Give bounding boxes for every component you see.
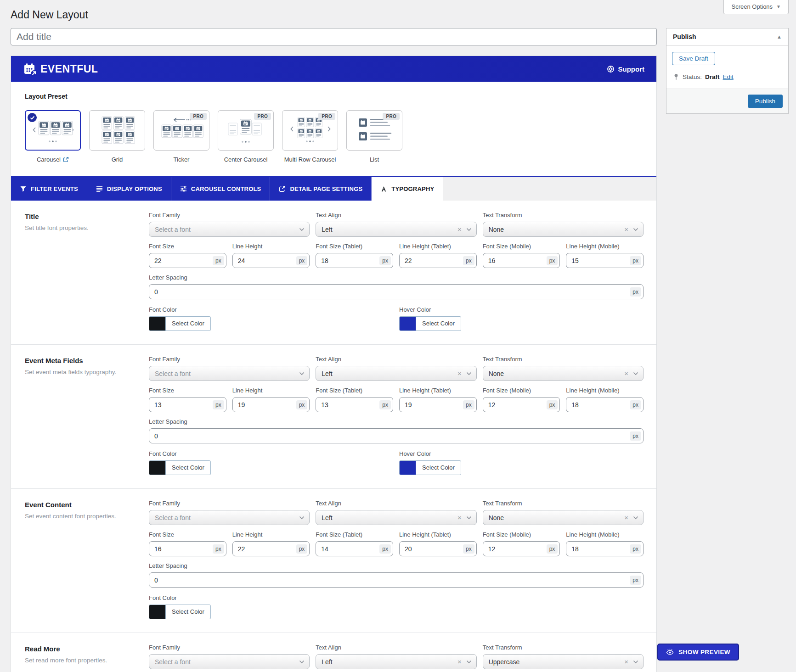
field-label: Line Height (Mobile) — [566, 387, 644, 394]
field-label: Font Family — [149, 644, 310, 651]
eye-icon — [666, 649, 674, 655]
title-input[interactable] — [11, 28, 657, 45]
preset-card: PRO — [218, 110, 274, 151]
tab-filter-events[interactable]: FILTER EVENTS — [11, 177, 87, 201]
layout-preset-list[interactable]: PRO List — [346, 110, 402, 163]
preset-label: Multi Row Carousel — [282, 156, 338, 163]
field-label: Font Family — [149, 500, 310, 507]
field-label: Text Transform — [483, 212, 644, 218]
edit-status-link[interactable]: Edit — [723, 73, 734, 80]
brand-logo: EVENTFUL — [23, 62, 98, 76]
clear-icon[interactable]: × — [457, 658, 462, 665]
support-label: Support — [618, 65, 645, 73]
field-label: Line Height — [232, 243, 310, 250]
collapse-icon[interactable]: ▲ — [777, 34, 782, 39]
preset-card: PRO — [282, 110, 338, 151]
text-align-select[interactable]: Left × — [316, 366, 476, 381]
preset-thumbnail — [223, 116, 269, 145]
publish-box-header[interactable]: Publish ▲ — [666, 28, 788, 45]
field-label: Text Transform — [483, 356, 644, 363]
text-transform-select[interactable]: None × — [483, 222, 644, 237]
text-align-select[interactable]: Left × — [316, 510, 476, 525]
field-label: Line Height (Tablet) — [399, 387, 477, 394]
layout-preset-center-carousel[interactable]: PRO Center Carousel — [218, 110, 274, 163]
field-label: Letter Spacing — [149, 418, 644, 425]
chevron-down-icon — [633, 228, 638, 231]
text-align-select[interactable]: Left × — [316, 654, 476, 669]
tab-typography[interactable]: TYPOGRAPHY — [372, 177, 443, 201]
settings-tabs: FILTER EVENTS DISPLAY OPTIONS CAROUSEL C… — [11, 176, 656, 201]
field-label: Font Size — [149, 531, 226, 538]
preset-label: Ticker — [153, 156, 209, 163]
pin-icon — [673, 73, 679, 80]
px-unit: px — [213, 400, 224, 409]
font-color-picker[interactable]: Select Color — [149, 605, 211, 619]
px-unit: px — [630, 431, 641, 441]
letter-spacing-input[interactable] — [149, 572, 644, 588]
clear-icon[interactable]: × — [624, 514, 628, 521]
screen-options-button[interactable]: Screen Options ▼ — [723, 0, 789, 14]
px-unit: px — [630, 287, 641, 297]
clear-icon[interactable]: × — [624, 370, 628, 377]
letter-spacing-input[interactable] — [149, 284, 644, 299]
section-title: Read More — [25, 645, 140, 653]
font-color-picker[interactable]: Select Color — [149, 316, 211, 331]
clear-icon[interactable]: × — [457, 226, 462, 233]
layout-preset-grid[interactable]: Grid — [89, 110, 145, 163]
px-unit: px — [630, 256, 641, 265]
tab-carousel-controls[interactable]: CAROUSEL CONTROLS — [171, 177, 271, 201]
font-family-select[interactable]: Select a font — [149, 366, 310, 381]
clear-icon[interactable]: × — [457, 370, 462, 377]
hover-color-picker[interactable]: Select Color — [399, 460, 461, 475]
hover-color-picker[interactable]: Select Color — [399, 316, 461, 331]
text-align-select[interactable]: Left × — [316, 222, 476, 237]
chevron-down-icon — [633, 516, 638, 520]
tab-label: DETAIL PAGE SETTINGS — [290, 185, 362, 192]
tab-label: DISPLAY OPTIONS — [107, 185, 162, 192]
list-icon — [96, 185, 103, 192]
typography-icon — [380, 185, 387, 192]
layout-preset-multi-row-carousel[interactable]: PRO Multi Row Carousel — [282, 110, 338, 163]
brand-name: EVENTFUL — [40, 63, 98, 75]
letter-spacing-input[interactable] — [149, 428, 644, 443]
save-draft-button[interactable]: Save Draft — [672, 52, 715, 65]
font-family-select[interactable]: Select a font — [149, 510, 310, 525]
chevron-down-icon — [299, 660, 305, 664]
tab-label: CAROUSEL CONTROLS — [191, 185, 261, 192]
field-label: Font Size (Tablet) — [316, 243, 393, 250]
chevron-down-icon — [299, 516, 305, 520]
wp-admin-page: Screen Options ▼ Add New Layout — [0, 0, 796, 672]
font-family-select[interactable]: Select a font — [149, 222, 310, 237]
text-transform-select[interactable]: None × — [483, 366, 644, 381]
tab-detail-page-settings[interactable]: DETAIL PAGE SETTINGS — [270, 177, 372, 201]
px-unit: px — [463, 256, 474, 265]
clear-icon[interactable]: × — [624, 658, 628, 665]
hover-color-swatch — [400, 317, 416, 330]
clear-icon[interactable]: × — [457, 514, 462, 521]
field-label: Line Height — [232, 387, 310, 394]
px-unit: px — [296, 400, 308, 409]
field-label: Font Family — [149, 356, 310, 363]
clear-icon[interactable]: × — [624, 226, 628, 233]
text-transform-select[interactable]: None × — [483, 510, 644, 525]
layout-preset-ticker[interactable]: PRO Ticker — [153, 110, 209, 163]
font-color-picker[interactable]: Select Color — [149, 460, 211, 475]
layout-preset-carousel[interactable]: Carousel — [25, 110, 81, 163]
support-link[interactable]: Support — [607, 65, 645, 73]
field-label: Text Align — [316, 212, 476, 218]
font-color-swatch — [149, 605, 166, 619]
pro-badge: PRO — [318, 113, 335, 120]
filter-icon — [20, 185, 27, 192]
px-unit: px — [547, 400, 558, 409]
show-preview-button[interactable]: SHOW PREVIEW — [657, 644, 739, 661]
field-label: Line Height (Mobile) — [566, 243, 644, 250]
show-preview-label: SHOW PREVIEW — [678, 649, 730, 655]
text-transform-select[interactable]: Uppercase × — [483, 654, 644, 669]
tab-label: FILTER EVENTS — [31, 185, 78, 192]
font-family-select[interactable]: Select a font — [149, 654, 310, 669]
publish-button[interactable]: Publish — [748, 95, 783, 108]
chevron-down-icon — [466, 228, 472, 231]
field-label: Font Size — [149, 243, 226, 250]
px-unit: px — [379, 400, 391, 409]
tab-display-options[interactable]: DISPLAY OPTIONS — [87, 177, 171, 201]
